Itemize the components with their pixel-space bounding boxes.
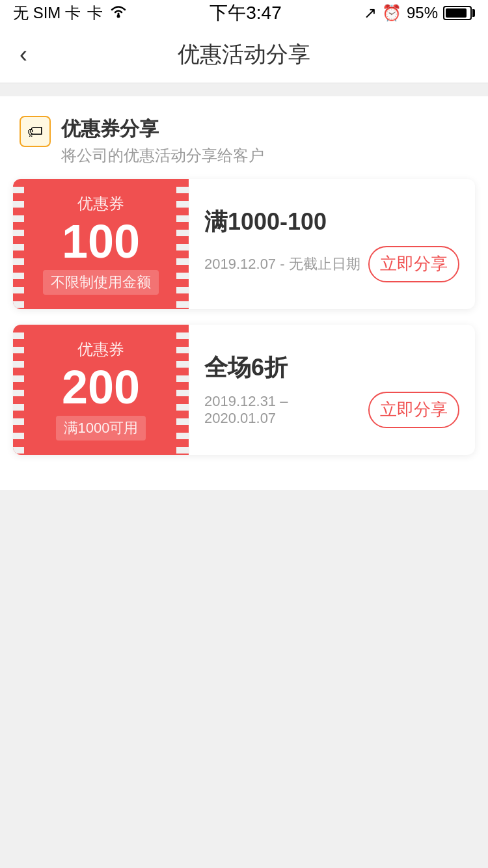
coupon-date-1: 2019.12.07 - 无截止日期 bbox=[204, 254, 362, 274]
status-left: 无 SIM 卡 卡 bbox=[13, 3, 128, 23]
coupon-meta-2: 2019.12.31 – 2020.01.07 立即分享 bbox=[204, 392, 459, 428]
coupon-meta-1: 2019.12.07 - 无截止日期 立即分享 bbox=[204, 246, 459, 282]
coupon-right-1: 满1000-100 2019.12.07 - 无截止日期 立即分享 bbox=[189, 179, 475, 309]
svg-point-0 bbox=[117, 15, 120, 18]
section-text: 优惠券分享 将公司的优惠活动分享给客户 bbox=[61, 116, 264, 166]
wifi-icon bbox=[109, 4, 128, 22]
coupon-left-1: 优惠券 100 不限制使用金额 bbox=[13, 179, 189, 309]
back-button[interactable]: ‹ bbox=[20, 41, 27, 68]
top-separator bbox=[0, 83, 488, 96]
location-icon: ↗ bbox=[364, 4, 377, 22]
share-button-1[interactable]: 立即分享 bbox=[368, 246, 459, 282]
coupon-list: 优惠券 100 不限制使用金额 满1000-100 2019.12.07 - 无… bbox=[0, 179, 488, 490]
coupon-amount-2: 200 bbox=[62, 364, 140, 411]
coupon-name-2: 全场6折 bbox=[204, 352, 459, 384]
bottom-area bbox=[0, 490, 488, 854]
section-header: 🏷 优惠券分享 将公司的优惠活动分享给客户 bbox=[0, 96, 488, 179]
sim-icon: 卡 bbox=[87, 3, 103, 23]
coupon-label-1: 优惠券 bbox=[77, 193, 124, 214]
status-right: ↗ ⏰ 95% bbox=[364, 4, 475, 22]
section-title: 优惠券分享 bbox=[61, 116, 264, 141]
coupon-left-2: 优惠券 200 满1000可用 bbox=[13, 325, 189, 455]
alarm-icon: ⏰ bbox=[382, 4, 401, 22]
coupon-label-2: 优惠券 bbox=[77, 339, 124, 360]
coupon-amount-1: 100 bbox=[62, 218, 140, 265]
coupon-name-1: 满1000-100 bbox=[204, 206, 459, 238]
battery-icon bbox=[443, 6, 475, 20]
coupon-condition-1: 不限制使用金额 bbox=[43, 270, 159, 295]
coupon-condition-2: 满1000可用 bbox=[56, 416, 146, 441]
coupon-right-2: 全场6折 2019.12.31 – 2020.01.07 立即分享 bbox=[189, 325, 475, 455]
page-title: 优惠活动分享 bbox=[178, 40, 310, 70]
coupon-card-2: 优惠券 200 满1000可用 全场6折 2019.12.31 – 2020.0… bbox=[13, 325, 475, 455]
coupon-date-2: 2019.12.31 – 2020.01.07 bbox=[204, 393, 362, 427]
time-display: 下午3:47 bbox=[210, 1, 282, 25]
section-icon: 🏷 bbox=[20, 116, 51, 147]
battery-percent: 95% bbox=[407, 4, 438, 22]
share-button-2[interactable]: 立即分享 bbox=[368, 392, 459, 428]
section-subtitle: 将公司的优惠活动分享给客户 bbox=[61, 145, 264, 166]
nav-bar: ‹ 优惠活动分享 bbox=[0, 26, 488, 83]
coupon-card-1: 优惠券 100 不限制使用金额 满1000-100 2019.12.07 - 无… bbox=[13, 179, 475, 309]
status-bar: 无 SIM 卡 卡 下午3:47 ↗ ⏰ 95% bbox=[0, 0, 488, 26]
carrier-text: 无 SIM 卡 bbox=[13, 3, 81, 23]
